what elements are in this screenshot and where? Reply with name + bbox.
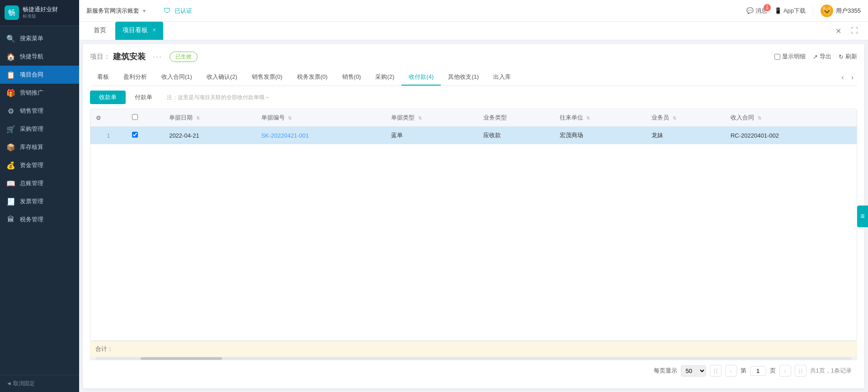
shield-icon: 🛡 xyxy=(164,7,171,15)
project-status-badge: 已生效 xyxy=(170,52,198,62)
sidebar-item-sales-mgmt[interactable]: ⚙ 销售管理 xyxy=(0,102,79,120)
sidebar-item-project-contract[interactable]: 📋 项目合同 xyxy=(0,66,79,84)
sub-tab-income-contract[interactable]: 收入合同(1) xyxy=(154,69,199,86)
row-biz-type: 应收款 xyxy=(478,127,554,144)
avatar: 🐱 xyxy=(821,5,833,17)
sub-tab-profit[interactable]: 盈利分析 xyxy=(116,69,154,86)
tab-home[interactable]: 首页 xyxy=(86,22,113,40)
account-dropdown-icon[interactable]: ▾ xyxy=(143,8,146,14)
maximize-window-button[interactable]: ⛶ xyxy=(848,24,861,37)
inner-tab-payment-bill[interactable]: 付款单 xyxy=(126,91,161,104)
sub-tab-prev-button[interactable]: ‹ xyxy=(838,72,847,83)
sub-tab-purchase-label: 采购(2) xyxy=(375,73,394,80)
inner-tab-receipt-bill[interactable]: 收款单 xyxy=(90,91,126,104)
refresh-icon: ↻ xyxy=(839,53,844,60)
first-page-button[interactable]: ⟨⟨ xyxy=(710,365,722,377)
table-partner-col[interactable]: 往来单位 ⇅ xyxy=(554,109,646,127)
sidebar-item-tax-mgmt[interactable]: 🏛 税务管理 xyxy=(0,210,79,229)
float-sidebar-button[interactable]: ≡ xyxy=(857,206,868,227)
show-detail-toggle[interactable]: 显示明细 xyxy=(774,53,806,61)
row-checkbox[interactable] xyxy=(132,132,138,138)
tab-project-board[interactable]: 项目看板 × xyxy=(115,22,163,40)
sub-tab-income-confirm-label: 收入确认(2) xyxy=(207,73,237,80)
per-page-select[interactable]: 50 10 20 100 xyxy=(681,365,706,377)
sub-tab-receipt-label: 收付款(4) xyxy=(409,73,434,80)
table-date-col[interactable]: 单据日期 ⇅ xyxy=(164,109,256,127)
app-logo: 畅 xyxy=(5,5,19,20)
sub-tab-other-expense-label: 其他收支(1) xyxy=(448,73,479,80)
table-settings-col[interactable]: ⚙ xyxy=(90,109,127,127)
sub-tab-board[interactable]: 看板 xyxy=(90,69,116,86)
scrollbar-track xyxy=(95,357,852,360)
page-total-info: 共1页，1条记录 xyxy=(810,367,852,375)
last-page-button[interactable]: ⟩⟩ xyxy=(795,365,807,377)
horizontal-scrollbar[interactable] xyxy=(90,357,857,360)
sub-tab-income-confirm[interactable]: 收入确认(2) xyxy=(199,69,245,86)
project-actions: 显示明细 ↗ 导出 ↻ 刷新 xyxy=(774,53,857,61)
sub-tab-purchase[interactable]: 采购(2) xyxy=(368,69,401,86)
topbar-right: 💬 消息 1 📱 App下载 🐱 用户3355 xyxy=(746,5,861,17)
sidebar-label-project-contract: 项目合同 xyxy=(20,71,43,79)
sidebar-item-invoice-mgmt[interactable]: 🧾 发票管理 xyxy=(0,192,79,210)
message-button[interactable]: 💬 消息 1 xyxy=(746,7,767,15)
tab-close-icon[interactable]: × xyxy=(152,26,156,33)
sidebar-item-search[interactable]: 🔍 搜索菜单 xyxy=(0,29,79,48)
sidebar: 畅 畅捷通好业财 标准版 🔍 搜索菜单 🏠 快捷导航 📋 项目合同 🎁 营销推广… xyxy=(0,0,79,392)
show-detail-checkbox[interactable] xyxy=(774,54,780,60)
sidebar-unpin-button[interactable]: ◄ 取消固定 xyxy=(0,375,79,392)
topbar: 新服务官网演示账套 ▾ 🛡 已认证 💬 消息 1 📱 App下载 🐱 用户335… xyxy=(79,0,868,22)
sub-tab-receipt[interactable]: 收付款(4) xyxy=(401,69,441,86)
sidebar-label-invoice-mgmt: 发票管理 xyxy=(20,197,43,206)
summary-label: 合计： xyxy=(95,345,113,352)
table-row[interactable]: 1 2022-04-21 SK-20220421-001 蓝单 应收款 宏茂商场 xyxy=(90,127,857,144)
sub-tab-next-button[interactable]: › xyxy=(848,72,857,83)
row-type: 蓝单 xyxy=(386,127,478,144)
row-date: 2022-04-21 xyxy=(164,127,256,144)
chat-icon: 💬 xyxy=(746,7,754,14)
sort-icon-partner: ⇅ xyxy=(586,115,590,120)
current-page-input[interactable] xyxy=(750,366,766,376)
inner-tab-note: 注：这里是与项目关联的全部收付款单哦～ xyxy=(167,94,270,101)
more-options-button[interactable]: ··· xyxy=(153,52,162,62)
app-download-button[interactable]: 📱 App下载 xyxy=(774,7,806,15)
table-salesperson-col[interactable]: 业务员 ⇅ xyxy=(646,109,725,127)
select-all-checkbox[interactable] xyxy=(132,114,138,120)
sub-tab-sales[interactable]: 销售(0) xyxy=(335,69,368,86)
scrollbar-thumb[interactable] xyxy=(141,357,222,360)
sub-tab-sales-invoice[interactable]: 销售发票(0) xyxy=(245,69,290,86)
close-window-button[interactable]: ✕ xyxy=(832,24,844,37)
sub-tab-in-out[interactable]: 出入库 xyxy=(486,69,518,86)
sub-tab-sales-label: 销售(0) xyxy=(342,73,361,80)
account-name: 新服务官网演示账套 xyxy=(86,7,139,15)
receipt-icon: 🧾 xyxy=(6,197,15,206)
sort-icon-number: ⇅ xyxy=(288,115,292,120)
sidebar-item-quick-nav[interactable]: 🏠 快捷导航 xyxy=(0,48,79,66)
row-checkbox-cell[interactable] xyxy=(127,127,164,144)
export-button[interactable]: ↗ 导出 xyxy=(813,53,831,61)
float-sidebar-icon: ≡ xyxy=(860,212,864,220)
table-number-col[interactable]: 单据编号 ⇅ xyxy=(256,109,386,127)
table-checkbox-col[interactable] xyxy=(127,109,164,127)
sub-tab-other-expense[interactable]: 其他收支(1) xyxy=(441,69,486,86)
sidebar-label-quick-nav: 快捷导航 xyxy=(20,53,43,61)
sidebar-item-purchase-mgmt[interactable]: 🛒 采购管理 xyxy=(0,120,79,138)
sidebar-item-inventory[interactable]: 📦 库存核算 xyxy=(0,138,79,156)
table-type-col[interactable]: 单据类型 ⇅ xyxy=(386,109,478,127)
sidebar-item-ledger-mgmt[interactable]: 📖 总账管理 xyxy=(0,174,79,192)
sidebar-item-marketing[interactable]: 🎁 营销推广 xyxy=(0,84,79,102)
sub-tabs: 看板 盈利分析 收入合同(1) 收入确认(2) 销售发票(0) 税务发票(0) xyxy=(90,69,857,86)
bill-number-link[interactable]: SK-20220421-001 xyxy=(261,132,309,139)
sidebar-item-capital-mgmt[interactable]: 💰 资金管理 xyxy=(0,156,79,174)
page-label: 第 xyxy=(741,367,746,375)
table-income-contract-col[interactable]: 收入合同 ⇅ xyxy=(725,109,857,127)
refresh-button[interactable]: ↻ 刷新 xyxy=(839,53,857,61)
sub-tab-tax-invoice[interactable]: 税务发票(0) xyxy=(290,69,335,86)
next-page-button[interactable]: › xyxy=(779,365,791,377)
gift-icon: 🎁 xyxy=(6,88,15,97)
user-profile-button[interactable]: 🐱 用户3355 xyxy=(821,5,861,17)
row-index: 1 xyxy=(90,127,127,144)
prev-page-button[interactable]: ‹ xyxy=(725,365,737,377)
unpin-label: ◄ 取消固定 xyxy=(6,380,35,387)
export-label: 导出 xyxy=(820,53,831,61)
sub-tab-nav: ‹ › xyxy=(838,72,857,83)
